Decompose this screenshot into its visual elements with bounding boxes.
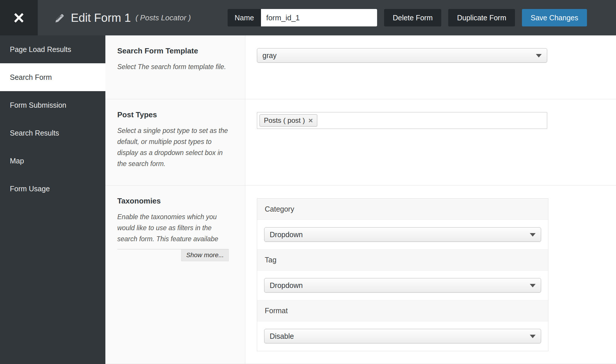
template-select[interactable]: gray [257,48,547,63]
sidebar-item-search-form[interactable]: Search Form [0,63,105,91]
section-post-types: Post Types Select a single post type to … [105,99,616,185]
tag-select[interactable]: Dropdown [264,278,541,293]
search-form-settings: Search Form Template Select The search f… [105,35,616,364]
post-type-chip-label: Posts ( post ) [264,116,305,125]
dropdown-arrow-icon [530,233,536,237]
dropdown-arrow-icon [536,54,542,57]
taxonomies-description-column: Taxonomies Enable the taxonomies which y… [105,185,245,364]
name-label: Name [228,9,261,26]
category-select[interactable]: Dropdown [264,227,541,242]
edit-pencil-icon [53,12,66,24]
post-types-section-title: Post Types [117,110,229,119]
dropdown-arrow-icon [530,335,536,338]
post-types-settings-column: Posts ( post ) × [245,99,616,185]
close-icon: × [13,8,24,27]
template-settings-column: gray [245,35,616,99]
post-types-description-column: Post Types Select a single post type to … [105,99,245,185]
form-name-group: Name [228,9,377,26]
post-types-section-description: Select a single post type to set as the … [117,125,229,169]
taxonomy-row-format-label: Format [257,300,548,321]
taxonomy-row-category-label: Category [257,199,548,220]
sidebar-item-map[interactable]: Map [0,147,105,175]
dropdown-arrow-icon [530,284,536,287]
top-bar: × Edit Form 1 ( Posts Locator ) Name Del… [0,0,616,35]
taxonomy-row-format: Disable [257,321,548,351]
page-subtitle: ( Posts Locator ) [136,13,191,22]
sidebar-item-page-load-results[interactable]: Page Load Results [0,35,105,63]
sidebar-item-search-results[interactable]: Search Results [0,119,105,147]
taxonomies-section-description: Enable the taxonomies which you would li… [117,211,229,244]
taxonomies-panel: Category Dropdown Tag Dropdown [257,198,548,351]
page-title: Edit Form 1 [71,11,131,24]
taxonomies-settings-column: Category Dropdown Tag Dropdown [245,185,616,364]
taxonomies-section-title: Taxonomies [117,197,229,206]
sidebar-item-form-submission[interactable]: Form Submission [0,91,105,119]
show-more-button[interactable]: Show more... [181,249,229,261]
tag-select-value: Dropdown [270,281,303,290]
category-select-value: Dropdown [270,230,303,239]
template-description-column: Search Form Template Select The search f… [105,35,245,99]
settings-sidebar: Page Load Results Search Form Form Submi… [0,35,105,364]
close-button[interactable]: × [0,0,38,35]
delete-form-button[interactable]: Delete Form [384,9,442,26]
format-select-value: Disable [270,332,294,340]
template-section-title: Search Form Template [117,46,229,55]
edit-form-page: × Edit Form 1 ( Posts Locator ) Name Del… [0,0,616,364]
sidebar-item-form-usage[interactable]: Form Usage [0,175,105,203]
taxonomy-row-category: Dropdown [257,220,548,249]
template-section-description: Select The search form template file. [117,61,229,72]
post-type-chip: Posts ( post ) × [260,114,317,127]
format-select[interactable]: Disable [264,329,541,343]
post-types-multiselect[interactable]: Posts ( post ) × [257,112,547,129]
form-name-input[interactable] [261,9,377,26]
save-changes-button[interactable]: Save Changes [522,9,587,26]
template-select-value: gray [262,51,277,60]
duplicate-form-button[interactable]: Duplicate Form [448,9,515,26]
taxonomy-row-tag-label: Tag [257,249,548,271]
show-more-row: Show more... [117,249,229,261]
section-taxonomies: Taxonomies Enable the taxonomies which y… [105,185,616,364]
taxonomy-row-tag: Dropdown [257,271,548,300]
remove-post-type-icon[interactable]: × [308,117,313,124]
section-search-form-template: Search Form Template Select The search f… [105,35,616,99]
